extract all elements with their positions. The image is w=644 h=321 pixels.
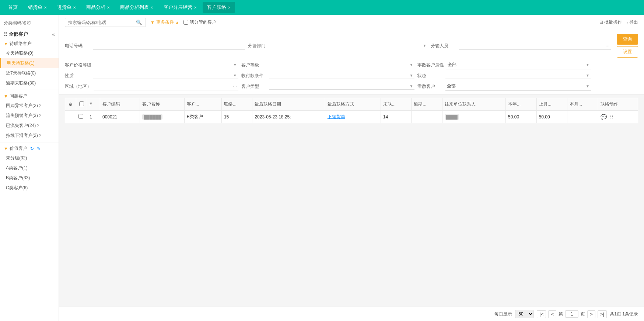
unit-contact-blur: ████ xyxy=(445,114,459,120)
search-input[interactable] xyxy=(68,20,134,25)
name-blur: ██████ xyxy=(142,114,162,120)
nav-purchase-order[interactable]: 进货单 ✕ xyxy=(53,2,80,13)
filter-division-dept-select[interactable]: ▼ xyxy=(276,42,428,49)
sidebar-item-churn-warning[interactable]: 流失预警客户(3) ? xyxy=(0,111,59,121)
filter-customer-level-select[interactable]: ▼ xyxy=(269,62,415,68)
per-page-select[interactable]: 50 100 200 xyxy=(515,310,534,318)
page-input[interactable] xyxy=(565,310,578,318)
row-code-cell: 000021 xyxy=(100,111,140,123)
pagination-nav: |< < 第 页 > >| xyxy=(537,310,607,318)
action-chat-icon[interactable]: 💬 xyxy=(601,114,607,120)
filter-row-4: 区域（地区） ··· 客户类型 ▼ 零散客户 全部 ▼ xyxy=(65,82,638,91)
sidebar-item-ungrouped[interactable]: 未分组(32) xyxy=(0,153,59,163)
division-person-expand[interactable]: ··· xyxy=(606,43,609,48)
search-icon[interactable]: 🔍 xyxy=(136,20,142,25)
col-last-date: 最后联络日期 xyxy=(252,98,325,111)
row-name-cell: ██████ xyxy=(140,111,184,123)
filter-phone: 电话号码 xyxy=(65,42,245,50)
my-customers-checkbox[interactable]: 我分管的客户 xyxy=(183,19,216,25)
filter-price-level-select[interactable]: ▼ xyxy=(94,62,238,68)
filter-action-btns: 查询 设置 xyxy=(617,34,638,58)
sidebar-item-declining[interactable]: 持续下滑客户(2) ? xyxy=(0,131,59,141)
col-this-year: 本年... xyxy=(506,98,537,111)
row-type-cell: B类客户 xyxy=(184,111,221,123)
query-btn[interactable]: 查询 xyxy=(617,34,638,45)
next-page-btn[interactable]: > xyxy=(587,310,595,318)
sidebar-collapse-icon[interactable]: « xyxy=(52,31,55,37)
value-group-edit[interactable]: ✎ xyxy=(37,146,41,151)
row-check-cell xyxy=(76,111,87,123)
nav-close-purchase[interactable]: ✕ xyxy=(73,6,76,10)
col-code: 客户编码 xyxy=(100,98,140,111)
nav-home[interactable]: 首页 xyxy=(4,2,22,13)
sidebar-item-repurchase-anomaly[interactable]: 回购异常客户(2) ? xyxy=(0,101,59,111)
sidebar-item-c-class[interactable]: C类客户(6) xyxy=(0,183,59,193)
filter-customer-type-select[interactable]: ▼ xyxy=(269,83,415,90)
filter-price-level: 客户价格等级 ▼ xyxy=(65,62,238,68)
filter-status-select[interactable]: ▼ xyxy=(445,72,591,79)
filter-region: 区域（地区） ··· xyxy=(65,83,238,90)
filter-retail-attr: 零散客户属性 全部 ▼ xyxy=(417,61,591,69)
batch-op-btn[interactable]: ☑ 批量操作 xyxy=(599,19,622,25)
filter-retail-customer-select[interactable]: 全部 ▼ xyxy=(445,82,591,91)
row-this-year-cell: 50.00 xyxy=(506,111,537,123)
sidebar-item-overdue[interactable]: 逾期未联络(30) xyxy=(0,78,59,88)
filter-division-person: 分管人员 ··· xyxy=(431,42,611,50)
sidebar-item-tomorrow[interactable]: 明天待联络(1) xyxy=(0,58,59,68)
filter-phone-input[interactable] xyxy=(93,42,245,50)
content-area: 🔍 ▼ 更多条件 ▲ 我分管的客户 ☑ 批量操作 ↑ 导出 xyxy=(59,15,644,321)
prev-page-btn[interactable]: < xyxy=(548,310,556,318)
row-check[interactable] xyxy=(78,114,83,119)
nav-close-product-list[interactable]: ✕ xyxy=(150,6,153,10)
nav-close-product-analysis[interactable]: ✕ xyxy=(107,6,110,10)
first-page-btn[interactable]: |< xyxy=(537,310,546,318)
set-btn[interactable]: 设置 xyxy=(617,46,638,58)
sidebar-item-churned[interactable]: 已流失客户(24) ? xyxy=(0,121,59,131)
sidebar-item-today[interactable]: 今天待联络(0) xyxy=(0,48,59,58)
nav-close-sales[interactable]: ✕ xyxy=(44,6,47,10)
footer: 每页显示 50 100 200 |< < 第 页 > >| 共1页 1条记录 xyxy=(59,307,644,321)
col-check xyxy=(76,98,87,111)
sidebar-item-a-class[interactable]: A类客户(1) xyxy=(0,163,59,173)
check-all[interactable] xyxy=(79,101,84,106)
row-overdue-cell xyxy=(412,111,442,123)
sidebar-item-b-class[interactable]: B类客户(33) xyxy=(0,173,59,183)
more-filters-btn[interactable]: ▼ 更多条件 ▲ xyxy=(150,19,179,25)
filter-customer-type: 客户类型 ▼ xyxy=(241,83,415,90)
sidebar-search-input[interactable] xyxy=(4,20,59,25)
filter-retail-attr-select[interactable]: 全部 ▼ xyxy=(446,61,591,69)
region-expand[interactable]: ··· xyxy=(233,84,237,89)
nav-customer-tier[interactable]: 客户分层经营 ✕ xyxy=(159,2,201,13)
table-row: 1 000021 ██████ B类客户 15 2023-05-23 18:25… xyxy=(65,111,638,123)
nav-close-customer-tier[interactable]: ✕ xyxy=(194,6,197,10)
col-index: # xyxy=(87,98,100,111)
nav-sales-order[interactable]: 销货单 ✕ xyxy=(24,2,51,13)
action-grid-icon[interactable]: ⠿ xyxy=(610,114,613,120)
row-action-cell: 💬 ⠿ xyxy=(598,111,638,123)
col-last-method: 最后联络方式 xyxy=(325,98,381,111)
row-gear-cell xyxy=(65,111,76,123)
nav-product-analysis-list[interactable]: 商品分析列表 ✕ xyxy=(116,2,158,13)
value-group-refresh[interactable]: ↻ xyxy=(30,146,34,151)
row-last-date-cell: 2023-05-23 18:25: xyxy=(252,111,325,123)
last-method-link[interactable]: 下销货单 xyxy=(328,114,345,119)
col-gear[interactable]: ⚙ xyxy=(65,98,76,111)
col-last-month: 上月... xyxy=(536,98,567,111)
col-not-contacted: 未联... xyxy=(381,98,412,111)
nav-customer-contact[interactable]: 客户联络 ✕ xyxy=(203,2,235,13)
filter-gender-select[interactable]: ▼ xyxy=(93,72,238,79)
sidebar-item-7days[interactable]: 近7天待联络(0) xyxy=(0,68,59,78)
table-header-row: ⚙ # 客户编码 客户名称 客户... 联络... xyxy=(65,98,638,111)
col-name: 客户名称 xyxy=(140,98,184,111)
action-icons-wrap: 💬 ⠿ xyxy=(601,114,636,120)
filter-status: 状态 ▼ xyxy=(417,72,591,79)
sidebar-search-wrap: 🔍 xyxy=(0,18,59,28)
last-page-btn[interactable]: >| xyxy=(598,310,607,318)
filter-payment-select[interactable]: ▼ xyxy=(269,72,415,79)
my-customers-check[interactable] xyxy=(183,20,188,25)
nav-product-analysis[interactable]: 商品分析 ✕ xyxy=(82,2,114,13)
export-btn[interactable]: ↑ 导出 xyxy=(626,19,638,25)
sidebar: 🔍 ⠿ 全部客户 « ▼ 待联络客户 今天待联络(0) 明天待联络(1) 近7天… xyxy=(0,15,59,321)
col-type: 客户... xyxy=(184,98,221,111)
nav-close-customer-contact[interactable]: ✕ xyxy=(228,6,231,10)
